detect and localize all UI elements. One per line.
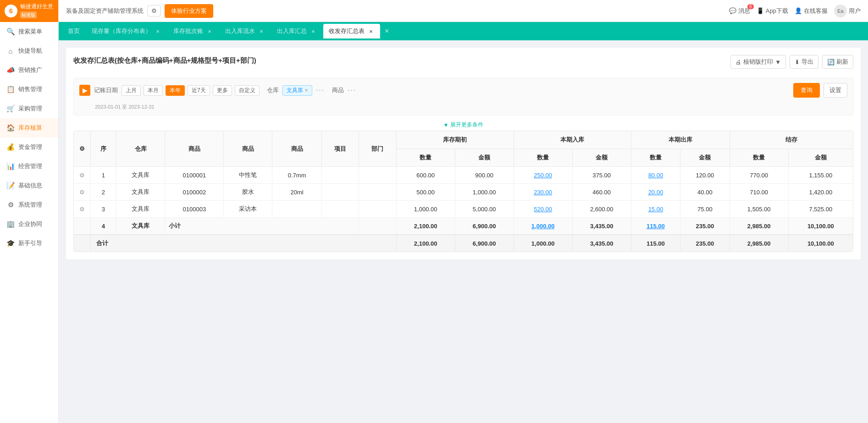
cell-out-qty[interactable]: 15.00 [631,201,680,218]
row-settings-icon[interactable]: ⚙ [74,201,90,218]
th-department: 部门 [359,131,396,167]
sidebar-item-inventory[interactable]: 🏠 库存核算 [0,118,58,137]
sidebar-item-label: 采购管理 [18,104,42,113]
date-btn-thisyear[interactable]: 本年 [166,85,185,96]
phone-icon: 📱 [757,7,764,14]
subtotal-in-amt: 3,435.00 [572,218,631,235]
online-service-item[interactable]: 👤 在线客服 [795,7,828,15]
tab-close-icon[interactable]: × [367,27,375,35]
print-button[interactable]: 🖨 核销版打印 ▼ [730,55,786,69]
cell-in-qty[interactable]: 230.00 [514,184,572,201]
refresh-button[interactable]: 🔄 刷新 [822,55,853,69]
cell-index: 3 [90,201,116,218]
guide-icon: 🎓 [6,239,15,247]
system-settings-button[interactable]: ⚙ [147,5,161,16]
user-item[interactable]: Ea 用户 [834,5,861,17]
warehouse-tag-close[interactable]: × [305,87,308,93]
footer-out-qty: 115.00 [631,235,680,252]
cell-out-qty[interactable]: 80.00 [631,167,680,184]
tab-label: 现存量（库存分布表） [92,27,151,35]
sidebar-item-sales[interactable]: 📋 销售管理 [0,80,58,99]
tab-receive-summary[interactable]: 收发存汇总表 × [323,24,380,38]
tab-inout-flow[interactable]: 出入库流水 × [220,24,271,38]
table-row: ⚙ 1 文具库 0100001 中性笔 0.7mm 600.00 900.00 … [74,167,853,184]
sidebar-item-purchase[interactable]: 🛒 采购管理 [0,99,58,118]
query-button[interactable]: 查询 [793,83,820,98]
sidebar-item-operations[interactable]: 📊 经营管理 [0,157,58,176]
cell-department [359,184,396,201]
tab-close-icon[interactable]: × [154,27,161,35]
experience-button[interactable]: 体验行业方案 [165,4,213,18]
sidebar-item-marketing[interactable]: 📣 营销推广 [0,60,58,80]
footer-closing-qty: 2,985.00 [730,235,788,252]
cell-out-qty[interactable]: 20.00 [631,184,680,201]
th-goods-code: 商品 [165,131,224,167]
cell-closing-amt: 7,525.00 [788,201,853,218]
tab-inventory-distribution[interactable]: 现存量（库存分布表） × [86,24,167,38]
export-icon: ⬇ [795,59,800,66]
date-btn-thismonth[interactable]: 本月 [144,85,163,96]
row-settings-icon[interactable]: ⚙ [74,184,90,201]
service-icon: 👤 [795,7,802,14]
date-label: 记账日期 [94,86,118,94]
sidebar-item-label: 经营管理 [18,162,42,170]
date-btn-lastmonth[interactable]: 上月 [122,85,141,96]
date-btn-more[interactable]: 更多 [213,85,232,96]
row-settings-icon[interactable]: ⚙ [74,167,90,184]
sidebar-item-quicknav[interactable]: ⌂ 快捷导航 [0,41,58,60]
tab-label: 出入库汇总 [277,27,307,35]
filter-settings-button[interactable]: 设置 [824,83,847,98]
cell-in-qty[interactable]: 250.00 [514,167,572,184]
cell-in-qty[interactable]: 520.00 [514,201,572,218]
subtotal-index: 4 [90,218,116,235]
topbar: 装备及固定资产辅助管理系统 ⚙ 体验行业方案 💬 消息 6 📱 App下载 👤 … [59,0,868,22]
goods-more-btn[interactable]: ··· [348,86,356,94]
export-button[interactable]: ⬇ 导出 [790,55,818,69]
tabbar: 首页 现存量（库存分布表） × 库存批次账 × 出入库流水 × 出入库汇总 × … [59,22,868,40]
app-logo[interactable]: 6 畅捷通好生意 标准版 [0,0,58,22]
tab-close-icon[interactable]: × [206,27,213,35]
footer-label: 合计 [90,235,396,252]
cell-opening-qty: 600.00 [396,167,455,184]
sidebar-item-search[interactable]: 🔍 搜索菜单 [0,22,58,41]
warehouse-tag[interactable]: 文具库 × [282,85,312,96]
cell-in-amt: 460.00 [572,184,631,201]
app-download-item[interactable]: 📱 App下载 [757,7,788,15]
message-item[interactable]: 💬 消息 6 [729,7,750,15]
tab-batch-account[interactable]: 库存批次账 × [168,24,219,38]
footer-in-amt: 3,435.00 [572,235,631,252]
tab-close-icon[interactable]: × [310,27,317,35]
cell-goods-spec [272,201,321,218]
home-icon: ⌂ [6,47,15,55]
filter-expand-btn[interactable]: ▶ [79,85,90,96]
warehouse-more-btn[interactable]: ··· [316,86,325,94]
cell-department [359,167,396,184]
tab-close-icon[interactable]: × [258,27,265,35]
date-btn-7days[interactable]: 近7天 [188,85,210,96]
th-gear[interactable]: ⚙ [74,131,90,167]
expand-more-link[interactable]: ▼ 展开更多条件 [443,121,484,129]
gear-icon[interactable]: ⚙ [79,145,85,152]
th-closing: 结存 [730,131,853,149]
sidebar-item-enterprise[interactable]: 🏢 企业协同 [0,214,58,234]
th-index: 序 [90,131,116,167]
sidebar-item-finance[interactable]: 💰 资金管理 [0,137,58,157]
subtotal-opening-qty: 2,100.00 [396,218,455,235]
cell-project [321,167,359,184]
footer-in-qty: 1,000.00 [514,235,572,252]
date-btn-custom[interactable]: 自定义 [235,85,260,96]
tabbar-close-button[interactable]: × [385,27,389,35]
sidebar-item-guide[interactable]: 🎓 新手引导 [0,234,58,253]
tab-inout-summary[interactable]: 出入库汇总 × [271,24,322,38]
sidebar-item-system[interactable]: ⚙ 系统管理 [0,195,58,214]
sidebar-item-basic[interactable]: 📝 基础信息 [0,176,58,195]
cell-opening-amt: 1,000.00 [455,184,514,201]
chevron-down-icon: ▼ [775,59,781,66]
tab-home[interactable]: 首页 [62,24,85,38]
cell-in-amt: 2,600.00 [572,201,631,218]
cell-goods-spec: 0.7mm [272,167,321,184]
subtotal-gear [74,218,90,235]
footer-closing-amt: 10,100.00 [788,235,853,252]
basic-icon: 📝 [6,181,15,190]
inventory-icon: 🏠 [6,124,15,132]
